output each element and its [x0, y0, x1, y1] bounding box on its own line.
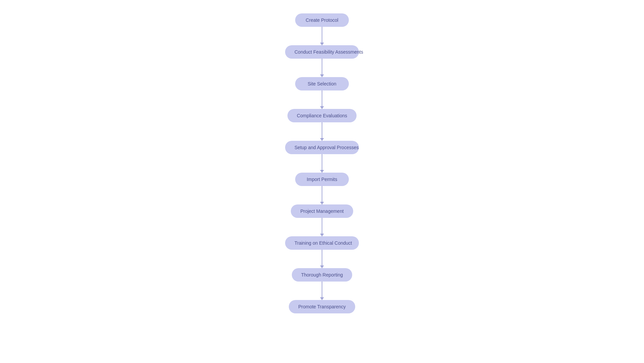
node-compliance-evaluations[interactable]: Compliance Evaluations	[287, 109, 357, 122]
connector-6	[322, 186, 322, 204]
connector-4	[322, 122, 322, 141]
node-label: Site Selection	[308, 81, 336, 86]
connector-5	[322, 154, 322, 173]
flowchart: Create Protocol Conduct Feasibility Asse…	[285, 7, 359, 327]
node-label: Conduct Feasibility Assessments	[294, 49, 363, 55]
node-import-permits[interactable]: Import Permits	[295, 173, 349, 186]
node-setup-approval[interactable]: Setup and Approval Processes	[285, 141, 359, 154]
node-label: Import Permits	[307, 177, 337, 182]
node-label: Training on Ethical Conduct	[294, 240, 352, 246]
node-label: Project Management	[300, 208, 343, 214]
node-conduct-feasibility[interactable]: Conduct Feasibility Assessments	[285, 45, 359, 59]
node-label: Thorough Reporting	[301, 272, 343, 278]
node-project-management[interactable]: Project Management	[291, 204, 353, 218]
connector-2	[322, 59, 322, 77]
connector-1	[322, 27, 322, 45]
node-label: Promote Transparency	[298, 304, 346, 309]
connector-3	[322, 90, 322, 109]
node-promote-transparency[interactable]: Promote Transparency	[289, 300, 355, 313]
node-training-ethical[interactable]: Training on Ethical Conduct	[285, 236, 359, 250]
connector-9	[322, 282, 322, 300]
node-label: Setup and Approval Processes	[294, 145, 359, 150]
connector-7	[322, 218, 322, 236]
node-label: Compliance Evaluations	[297, 113, 347, 118]
node-create-protocol[interactable]: Create Protocol	[295, 13, 349, 27]
node-site-selection[interactable]: Site Selection	[295, 77, 349, 90]
node-thorough-reporting[interactable]: Thorough Reporting	[292, 268, 353, 282]
node-label: Create Protocol	[306, 17, 338, 23]
connector-8	[322, 250, 322, 268]
